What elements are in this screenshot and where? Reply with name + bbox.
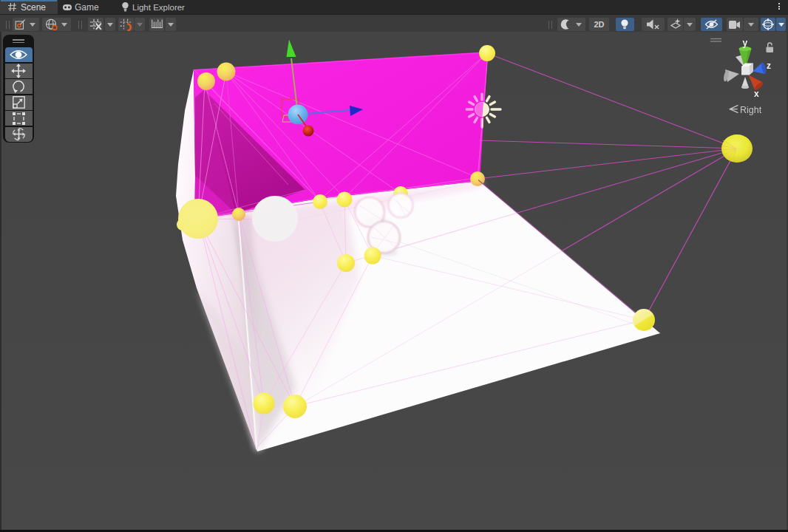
svg-text:x: x xyxy=(754,89,759,99)
svg-text:Right: Right xyxy=(740,105,762,115)
svg-text:y: y xyxy=(743,38,748,48)
svg-text:z: z xyxy=(767,61,771,71)
